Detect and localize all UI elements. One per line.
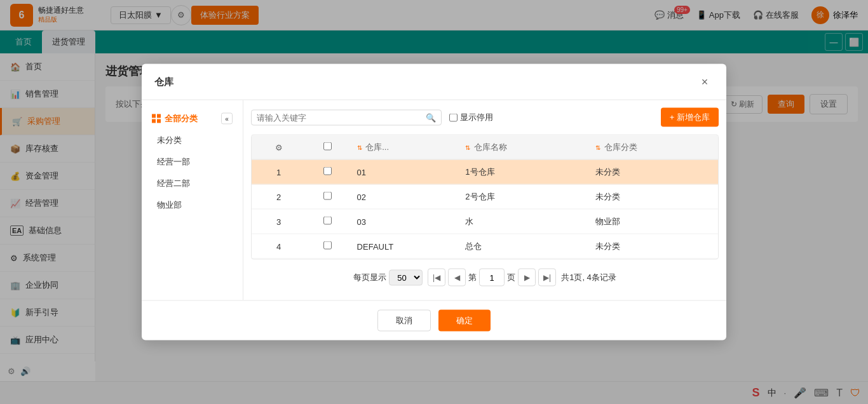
table-row[interactable]: 3 03 水 物业部 [252, 209, 718, 234]
row-checkbox-1[interactable] [323, 167, 332, 175]
col-check-header [306, 135, 349, 160]
modal-body: 全部分类 « 未分类 经营一部 经营二部 物业部 🔍 [142, 100, 726, 300]
sort-icon-cat: ⇅ [595, 144, 600, 151]
confirm-button[interactable]: 确定 [438, 310, 491, 332]
disabled-checkbox[interactable] [449, 113, 458, 121]
page-size-select[interactable]: 50 [389, 269, 423, 285]
row-checkbox-4[interactable] [323, 241, 332, 250]
select-all-checkbox[interactable] [323, 142, 332, 151]
col-gear-header: ⚙ [252, 135, 306, 160]
next-page-button[interactable]: ▶ [518, 269, 536, 286]
row-checkbox-2[interactable] [323, 192, 332, 200]
table-row[interactable]: 4 DEFAULT 总仓 未分类 [252, 234, 718, 259]
cancel-button[interactable]: 取消 [377, 310, 431, 332]
page-unit: 页 [507, 272, 515, 283]
show-disabled-checkbox[interactable]: 显示停用 [449, 112, 493, 123]
modal-main-content: 🔍 显示停用 + 新增仓库 ⚙ [243, 100, 726, 300]
category-item-dept2[interactable]: 经营二部 [142, 173, 243, 194]
add-warehouse-button[interactable]: + 新增仓库 [661, 108, 719, 127]
table-header-row: ⚙ ⇅ 仓库... ⇅ 仓库名称 [252, 135, 718, 160]
first-page-button[interactable]: |◀ [428, 269, 445, 286]
col-cat-header[interactable]: ⇅ 仓库分类 [588, 135, 718, 160]
total-info: 共1页, 4条记录 [561, 272, 616, 283]
sort-icon-name: ⇅ [465, 144, 470, 151]
search-icon: 🔍 [426, 112, 436, 122]
search-box: 🔍 [251, 109, 442, 125]
col-code-header[interactable]: ⇅ 仓库... [349, 135, 458, 160]
collapse-button[interactable]: « [221, 113, 233, 125]
table-row[interactable]: 2 02 2号仓库 未分类 [252, 184, 718, 209]
warehouse-table: ⚙ ⇅ 仓库... ⇅ 仓库名称 [251, 135, 719, 260]
page-word: 第 [468, 272, 477, 283]
table-row[interactable]: 1 01 1号仓库 未分类 [252, 159, 718, 184]
search-input[interactable] [257, 112, 423, 122]
prev-page-button[interactable]: ◀ [448, 269, 466, 286]
category-item-dept1[interactable]: 经营一部 [142, 151, 243, 173]
sort-icon-code: ⇅ [357, 144, 362, 151]
page-number-input[interactable] [479, 269, 505, 286]
grid-icon [152, 114, 161, 123]
page-navigation: |◀ ◀ 第 页 ▶ ▶| [428, 269, 556, 286]
warehouse-modal: 仓库 × 全部分类 « 未分类 经营一部 经营二部 [142, 64, 726, 340]
modal-title: 仓库 [154, 76, 173, 88]
modal-toolbar: 🔍 显示停用 + 新增仓库 [251, 108, 719, 127]
category-item-property[interactable]: 物业部 [142, 194, 243, 216]
modal-footer: 取消 确定 [142, 300, 726, 340]
close-button[interactable]: × [696, 73, 714, 91]
all-categories[interactable]: 全部分类 « [142, 108, 243, 130]
modal-header: 仓库 × [142, 64, 726, 100]
row-checkbox-3[interactable] [323, 217, 332, 225]
col-name-header[interactable]: ⇅ 仓库名称 [458, 135, 588, 160]
pagination: 每页显示 50 |◀ ◀ 第 页 ▶ ▶| 共1页, 4条记录 [251, 260, 719, 293]
category-item-unclassified[interactable]: 未分类 [142, 130, 243, 151]
modal-sidebar: 全部分类 « 未分类 经营一部 经营二部 物业部 [142, 100, 243, 300]
page-size-selector: 每页显示 50 [353, 269, 423, 285]
last-page-button[interactable]: ▶| [538, 269, 556, 286]
